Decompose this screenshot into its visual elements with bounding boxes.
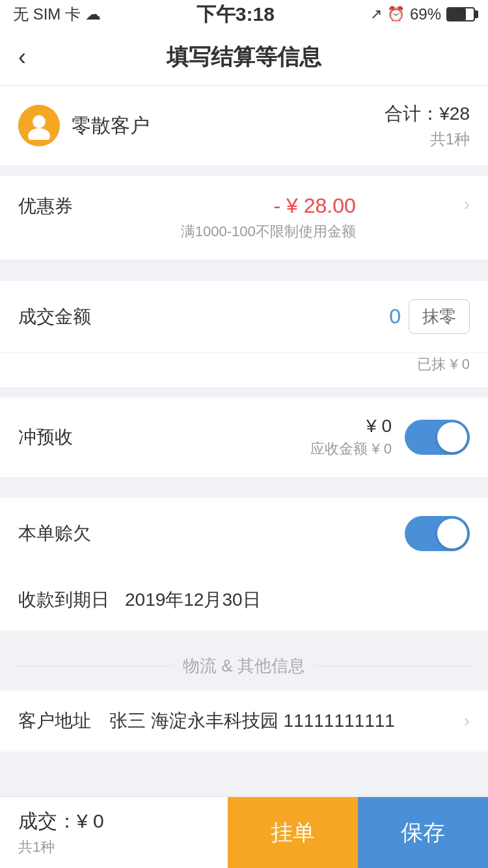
prepayment-row: 冲预收 ¥ 0 应收金额 ¥ 0 xyxy=(0,398,488,477)
chevron-icon: › xyxy=(464,194,470,215)
credit-row: 本单赊欠 xyxy=(0,498,488,569)
address-label: 客户地址 xyxy=(18,709,91,733)
rounding-sub: 已抹 ¥ 0 xyxy=(417,356,470,372)
transaction-amount-label: 成交金额 xyxy=(18,305,91,329)
battery-icon xyxy=(446,7,475,21)
section-line-right xyxy=(316,666,470,666)
separator-1 xyxy=(0,271,488,281)
toggle-knob-credit xyxy=(437,519,467,549)
toggle-knob xyxy=(437,422,467,452)
rounding-button[interactable]: 抹零 xyxy=(409,299,470,334)
total-amount: 合计：¥28 xyxy=(385,102,470,126)
customer-name: 零散客户 xyxy=(72,113,150,139)
avatar xyxy=(18,105,60,146)
bottom-amount-value: ¥ 0 xyxy=(77,810,104,832)
status-left: 无 SIM 卡 ☁ xyxy=(13,4,101,25)
page-title: 填写结算等信息 xyxy=(167,42,321,72)
status-bar: 无 SIM 卡 ☁ 下午3:18 ↗ ⏰ 69% xyxy=(0,0,488,29)
customer-left: 零散客户 xyxy=(18,105,150,146)
location-icon: ↗ xyxy=(370,6,382,23)
credit-label: 本单赊欠 xyxy=(18,521,91,546)
coupon-value: - ¥ 28.00 xyxy=(181,194,356,218)
customer-address-row[interactable]: 客户地址 张三 海淀永丰科技园 11111111111 › xyxy=(0,690,488,752)
address-value: 张三 海淀永丰科技园 11111111111 xyxy=(109,709,464,733)
transaction-amount-right: 抹零 xyxy=(349,299,470,334)
hang-button[interactable]: 挂单 xyxy=(228,797,358,869)
svg-point-1 xyxy=(28,128,50,140)
prepayment-toggle[interactable] xyxy=(405,420,470,455)
customer-row: 零散客户 合计：¥28 共1种 xyxy=(0,86,488,165)
prepayment-value: ¥ 0 xyxy=(310,416,392,437)
coupon-right: - ¥ 28.00 满1000-100不限制使用金额 xyxy=(181,194,356,241)
save-button[interactable]: 保存 xyxy=(358,797,488,869)
sim-indicator: 无 SIM 卡 ☁ xyxy=(13,4,101,25)
credit-toggle[interactable] xyxy=(405,516,470,551)
back-button[interactable]: ‹ xyxy=(18,44,26,71)
logistics-header: 物流 & 其他信息 xyxy=(0,642,488,690)
battery-fill xyxy=(448,8,466,20)
status-time: 下午3:18 xyxy=(197,1,275,28)
section-line-left xyxy=(18,666,172,666)
address-chevron-icon: › xyxy=(464,711,470,731)
nav-bar: ‹ 填写结算等信息 xyxy=(0,29,488,86)
coupon-row[interactable]: 优惠券 - ¥ 28.00 满1000-100不限制使用金额 › xyxy=(0,176,488,260)
customer-summary: 合计：¥28 共1种 xyxy=(385,102,470,150)
bottom-amount-label: 成交： xyxy=(18,810,77,832)
coupon-desc: 满1000-100不限制使用金额 xyxy=(181,222,356,241)
alarm-icon: ⏰ xyxy=(387,6,405,23)
bottom-amount: 成交：¥ 0 xyxy=(18,808,210,835)
separator-2 xyxy=(0,487,488,498)
total-count: 共1种 xyxy=(385,129,470,150)
due-date-row[interactable]: 收款到期日 2019年12月30日 xyxy=(0,569,488,631)
status-right: ↗ ⏰ 69% xyxy=(370,5,475,23)
coupon-label: 优惠券 xyxy=(18,194,73,219)
bottom-summary: 成交：¥ 0 共1种 xyxy=(0,808,228,857)
transaction-amount-input[interactable] xyxy=(349,305,401,329)
prepayment-label: 冲预收 xyxy=(18,425,73,450)
content-area: 零散客户 合计：¥28 共1种 优惠券 - ¥ 28.00 满1000-100不… xyxy=(0,86,488,868)
svg-point-0 xyxy=(33,115,46,128)
due-date-label: 收款到期日 xyxy=(18,588,109,612)
battery-percent: 69% xyxy=(410,5,441,23)
due-date-value: 2019年12月30日 xyxy=(125,588,261,612)
bottom-bar: 成交：¥ 0 共1种 挂单 保存 xyxy=(0,796,488,868)
bottom-count: 共1种 xyxy=(18,837,210,857)
prepayment-sub: 应收金额 ¥ 0 xyxy=(310,439,392,459)
logistics-title: 物流 & 其他信息 xyxy=(183,655,305,677)
transaction-amount-row: 成交金额 抹零 xyxy=(0,281,488,353)
